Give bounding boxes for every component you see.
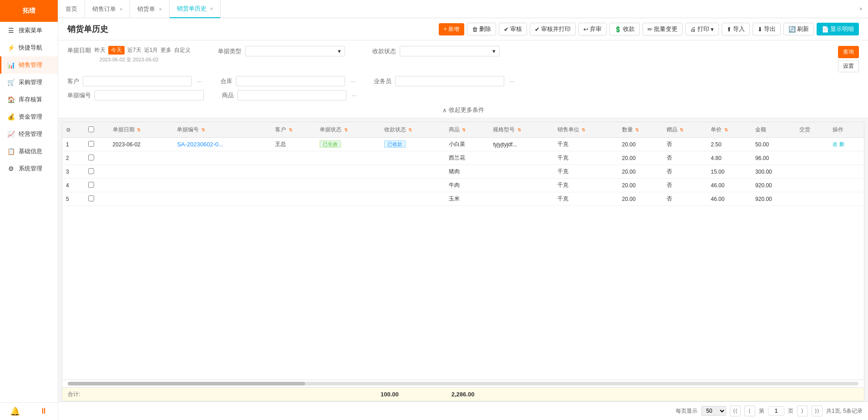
filter-row-2: 客户 ··· 合库 ··· 业务员 ··· (67, 76, 859, 86)
tab-sales-invoice[interactable]: 销货单 × (130, 0, 169, 18)
row-checkbox[interactable] (88, 155, 94, 160)
delete-button[interactable]: 🗑 删除 (467, 23, 496, 35)
cell-gift: 否 (663, 192, 707, 206)
col-settings[interactable]: ⚙ (62, 122, 85, 138)
tab-sales-order-close[interactable]: × (120, 6, 122, 12)
select-all-checkbox[interactable] (88, 126, 94, 132)
row-checkbox[interactable] (88, 168, 94, 174)
cell-customer (271, 165, 316, 179)
cell-qty: 20.00 (618, 192, 663, 206)
filter-date-custom[interactable]: 自定义 (174, 46, 191, 54)
filter-goods-input[interactable] (237, 90, 346, 100)
filter-date-today[interactable]: 今天 (108, 46, 125, 55)
tab-bar-close-all[interactable]: × (853, 5, 868, 12)
collect-button[interactable]: 💲 收款 (609, 23, 640, 35)
print-button[interactable]: 🖨 打印 ▾ (685, 23, 719, 35)
table-op-btn[interactable]: 删 (839, 141, 844, 148)
cell-gift: 否 (663, 151, 707, 165)
new-button[interactable]: + 新增 (439, 23, 464, 35)
sidebar-item-search-menu[interactable]: ☰ 搜索菜单 (0, 22, 58, 39)
filter-warehouse-input[interactable] (236, 76, 345, 86)
sort-qty-icon: ⇅ (635, 127, 639, 132)
col-gift[interactable]: 赠品 ⇅ (663, 122, 707, 138)
filter-salesperson-input[interactable] (395, 76, 504, 86)
filter-warehouse-dots[interactable]: ··· (351, 78, 356, 85)
col-trade[interactable]: 交货 (796, 122, 829, 138)
col-checkbox[interactable] (85, 122, 109, 138)
sidebar-item-purchase-mgmt[interactable]: 🛒 采购管理 (0, 74, 58, 91)
sidebar-bottom-btn-1[interactable]: 🔔 (10, 406, 20, 416)
purchase-mgmt-icon: 🛒 (7, 79, 15, 86)
col-goods[interactable]: 商品 ⇅ (445, 122, 490, 138)
sidebar-item-finance-mgmt[interactable]: 💰 资金管理 (0, 108, 58, 125)
col-collect-status[interactable]: 收款状态 ⇅ (381, 122, 445, 138)
sidebar-item-basic-info[interactable]: 📋 基础信息 (0, 143, 58, 160)
filter-date-range: 2023-06-02 至 2023-06-02 (100, 56, 159, 63)
scrollbar-track[interactable] (68, 382, 858, 385)
sidebar-item-inventory[interactable]: 🏠 库存核算 (0, 91, 58, 108)
filter-date-more[interactable]: 更多 (161, 46, 171, 54)
tab-bar: 首页 销售订单 × 销货单 × 销货单历史 × × (58, 0, 868, 18)
page-input[interactable] (768, 406, 784, 415)
page-next-btn[interactable]: ⟩ (797, 405, 808, 416)
tab-sales-invoice-close[interactable]: × (159, 6, 161, 12)
col-customer[interactable]: 客户 ⇅ (271, 122, 316, 138)
audit-button[interactable]: ✔ 审核 (499, 23, 527, 35)
cell-ops (829, 179, 864, 192)
cell-ops: 改删 (829, 138, 864, 151)
col-price[interactable]: 单价 ⇅ (707, 122, 752, 138)
doc-no-link[interactable]: SA-20230602-0... (177, 141, 223, 148)
filter-doc-type-select[interactable]: ▾ (245, 46, 345, 56)
page-last-btn[interactable]: ⟩⟩ (812, 405, 823, 416)
tab-home[interactable]: 首页 (58, 0, 85, 18)
col-amount[interactable]: 金额 (752, 122, 796, 138)
query-button[interactable]: 查询 (838, 46, 859, 58)
cell-gift: 否 (663, 179, 707, 192)
filter-date-yesterday[interactable]: 昨天 (95, 46, 105, 54)
table-op-btn[interactable]: 改 (833, 141, 838, 148)
col-doc-status[interactable]: 单据状态 ⇅ (316, 122, 381, 138)
filter-customer-dots[interactable]: ··· (197, 78, 202, 85)
audit-print-button[interactable]: ✔ 审核并打印 (530, 23, 576, 35)
sidebar-item-sales-mgmt[interactable]: 📊 销售管理 (0, 56, 58, 74)
col-spec[interactable]: 规格型号 ⇅ (489, 122, 554, 138)
per-page-select[interactable]: 50 100 (701, 406, 726, 416)
filter-goods-dots[interactable]: ··· (352, 92, 357, 99)
settings-button[interactable]: 设置 (838, 60, 859, 72)
sidebar-item-quick-nav[interactable]: ⚡ 快捷导航 (0, 39, 58, 56)
sidebar-item-sys-mgmt[interactable]: ⚙ 系统管理 (0, 160, 58, 177)
col-doc-date[interactable]: 单据日期 ⇅ (109, 122, 174, 138)
cell-collect-status: 已收款 (381, 138, 445, 151)
scrollbar-thumb[interactable] (68, 382, 305, 385)
batch-change-button[interactable]: ✏ 批量变更 (642, 23, 682, 35)
col-qty[interactable]: 数量 ⇅ (618, 122, 663, 138)
cell-gift: 否 (663, 165, 707, 179)
cell-trade (796, 192, 829, 206)
filter-date-1month[interactable]: 近1月 (144, 46, 158, 54)
filter-customer-input[interactable] (83, 76, 192, 86)
page-prev-btn[interactable]: ⟨ (744, 405, 755, 416)
filter-salesperson-dots[interactable]: ··· (510, 78, 515, 85)
export-button[interactable]: ⬇ 导出 (753, 23, 781, 35)
sidebar-bottom-btn-2[interactable]: ⏸ (40, 406, 48, 416)
filter-collapse-btn[interactable]: ∧ 收起更多条件 (442, 106, 484, 114)
footer-qty: 100.00 (377, 391, 402, 398)
row-checkbox[interactable] (88, 195, 94, 201)
col-unit[interactable]: 销售单位 ⇅ (554, 122, 618, 138)
filter-date-7days[interactable]: 近7天 (127, 46, 141, 54)
tab-sales-history[interactable]: 销货单历史 × (170, 0, 221, 18)
tab-sales-history-close[interactable]: × (210, 6, 213, 11)
row-checkbox[interactable] (88, 182, 94, 188)
import-button[interactable]: ⬆ 导入 (722, 23, 750, 35)
abandon-button[interactable]: ↩ 弃审 (578, 23, 607, 35)
refresh-button[interactable]: 🔄 刷新 (783, 23, 814, 35)
col-doc-no[interactable]: 单据编号 ⇅ (173, 122, 271, 138)
show-detail-button[interactable]: 📄 显示明细 (817, 23, 859, 35)
filter-collect-status-label: 收款状态 (372, 47, 396, 55)
filter-collect-status-select[interactable]: ▾ (400, 46, 500, 56)
sidebar-item-operations-mgmt[interactable]: 📈 经营管理 (0, 125, 58, 143)
row-checkbox[interactable] (88, 141, 94, 147)
tab-sales-order[interactable]: 销售订单 × (85, 0, 130, 18)
filter-doc-no-input[interactable] (95, 90, 204, 100)
page-first-btn[interactable]: ⟨⟨ (730, 405, 741, 416)
